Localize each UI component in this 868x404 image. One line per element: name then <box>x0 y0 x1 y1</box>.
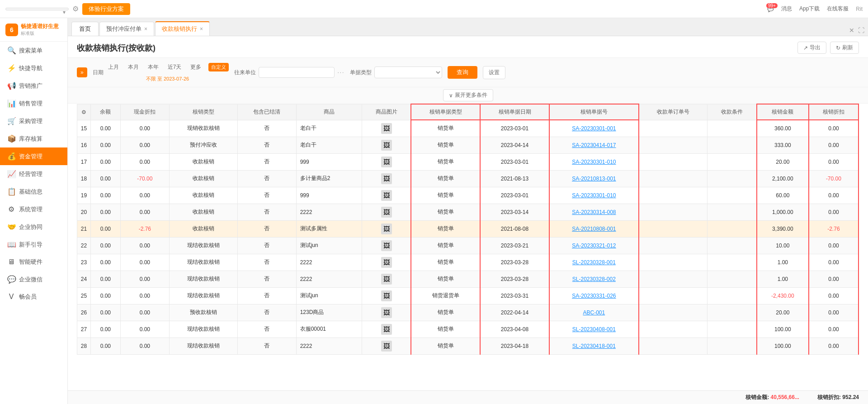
sidebar-item-wechat[interactable]: 💬 企业微信 <box>0 271 67 288</box>
messages-label[interactable]: 消息 <box>781 5 792 13</box>
row-no: 25 <box>77 287 91 304</box>
sidebar-item-label-sales: 销售管理 <box>19 100 42 108</box>
row-cancel-amount: 20.00 <box>757 153 809 170</box>
tab-prepay-close[interactable]: × <box>144 26 147 32</box>
th-settings[interactable]: ⚙ <box>77 104 91 120</box>
row-cancel-no[interactable]: ABC-001 <box>549 304 639 321</box>
sidebar-item-search[interactable]: 🔍 搜索菜单 <box>0 42 67 59</box>
sidebar-item-basic[interactable]: 📋 基础信息 <box>0 183 67 200</box>
collab-icon: 🤝 <box>7 223 15 231</box>
refresh-button[interactable]: ↻ 刷新 <box>830 42 859 54</box>
row-cancel-no[interactable]: SA-20230301-001 <box>549 120 639 137</box>
row-cancel-no[interactable]: SA-20210808-001 <box>549 220 639 237</box>
row-cancel-amount: 1.00 <box>757 271 809 287</box>
row-no: 27 <box>77 321 91 337</box>
expand-more-btn[interactable]: ∨ 展开更多条件 <box>443 89 493 101</box>
row-cancel-no[interactable]: SA-20230301-010 <box>549 153 639 170</box>
sidebar-item-marketing[interactable]: 📢 营销推广 <box>0 77 67 95</box>
row-no: 21 <box>77 220 91 237</box>
unit-label: 往来单位 <box>234 69 256 76</box>
row-cancel-date: 2023-03-28 <box>480 254 549 271</box>
sidebar-item-finance[interactable]: 💰 资金管理 <box>0 147 67 165</box>
sidebar-item-member[interactable]: V 畅会员 <box>0 288 67 305</box>
row-cancel-type: 现结收款核销 <box>170 254 238 271</box>
sidebar-item-guide[interactable]: 📖 新手引导 <box>0 236 67 253</box>
filter-expand-button[interactable]: » <box>77 67 87 77</box>
row-cancel-voucher-type: 销货单 <box>411 153 480 170</box>
tab-expand-icon[interactable]: ⛶ <box>858 27 864 34</box>
date-more[interactable]: 更多 <box>189 62 203 72</box>
date-7days[interactable]: 近7天 <box>166 62 184 72</box>
row-cancel-no[interactable]: SA-20230414-017 <box>549 137 639 153</box>
unit-input[interactable] <box>259 67 335 78</box>
row-balance: 0.00 <box>91 220 121 237</box>
row-receipt-condition <box>708 170 757 187</box>
export-button[interactable]: ↗ 导出 <box>797 42 826 54</box>
sidebar-item-inventory[interactable]: 📦 库存核算 <box>0 130 67 147</box>
row-included-settled: 否 <box>237 337 296 354</box>
message-icon[interactable]: 💬 99+ <box>767 6 774 12</box>
search-nav-icon: 🔍 <box>7 46 15 55</box>
company-selector[interactable] <box>5 8 69 10</box>
gear-icon[interactable]: ⚙ <box>72 5 79 13</box>
row-included-settled: 否 <box>237 153 296 170</box>
row-cancel-no[interactable]: SL-20230408-001 <box>549 321 639 337</box>
date-this-year[interactable]: 本年 <box>146 62 160 72</box>
row-cancel-date: 2023-04-08 <box>480 321 549 337</box>
row-cancel-no[interactable]: SA-20230301-010 <box>549 187 639 204</box>
expand-more-label: 展开更多条件 <box>455 91 487 99</box>
row-cancel-no[interactable]: SA-20230321-012 <box>549 237 639 254</box>
row-cancel-type: 收款核销 <box>170 187 238 204</box>
search-button[interactable]: 查询 <box>448 66 477 79</box>
online-service-btn[interactable]: 在线客服 <box>827 5 849 13</box>
refresh-icon: ↻ <box>836 45 840 51</box>
row-no: 16 <box>77 137 91 153</box>
settings-button[interactable]: 设置 <box>483 66 505 79</box>
sidebar-item-purchase[interactable]: 🛒 采购管理 <box>0 112 67 130</box>
app-download-btn[interactable]: App下载 <box>799 5 820 13</box>
row-receipt-condition <box>708 287 757 304</box>
filter-voucher-group: 单据类型 <box>350 67 442 78</box>
row-cancel-amount: 2,100.00 <box>757 170 809 187</box>
row-receipt-condition <box>708 337 757 354</box>
tab-home[interactable]: 首页 <box>71 22 99 36</box>
row-cancel-amount: 1.00 <box>757 254 809 271</box>
sidebar-item-label-marketing: 营销推广 <box>19 82 42 90</box>
row-cash-discount: 0.00 <box>120 187 169 204</box>
th-receipt-order-no: 收款单订单号 <box>639 104 708 120</box>
logo-icon: 6 <box>5 24 18 36</box>
sidebar-item-system[interactable]: ⚙ 系统管理 <box>0 200 67 218</box>
row-cancel-no[interactable]: SL-20230418-001 <box>549 337 639 354</box>
table-row: 21 0.00 -2.76 收款核销 否 测试多属性 🖼 销货单 2021-08… <box>77 220 859 237</box>
sidebar-item-hardware[interactable]: 🖥 智能硬件 <box>0 253 67 271</box>
tab-prepay[interactable]: 预付冲应付单 × <box>99 22 154 36</box>
row-goods: 老白干 <box>296 120 362 137</box>
date-custom[interactable]: 自定义 <box>208 63 229 71</box>
sidebar-item-sales[interactable]: 📊 销售管理 <box>0 95 67 112</box>
row-cancel-no[interactable]: SA-20230314-008 <box>549 204 639 220</box>
industry-btn[interactable]: 体验行业方案 <box>82 3 130 15</box>
expand-more-bar: ∨ 展开更多条件 <box>68 87 868 104</box>
tab-cancel[interactable]: 收款核销执行 × <box>155 21 210 36</box>
logo-area: 6 畅捷通谱好生意 标准版 <box>0 18 67 42</box>
row-cancel-no[interactable]: SL-20230328-002 <box>549 271 639 287</box>
tab-cancel-close[interactable]: × <box>200 26 203 32</box>
date-options-row: 上月 本月 本年 近7天 更多 自定义 <box>106 62 229 72</box>
row-cash-discount: 0.00 <box>120 254 169 271</box>
table-row: 16 0.00 0.00 预付冲应收 否 老白干 🖼 销货单 2023-04-1… <box>77 137 859 153</box>
date-this-month[interactable]: 本月 <box>126 62 141 72</box>
date-last-month[interactable]: 上月 <box>106 62 121 72</box>
row-cancel-no[interactable]: SA-20210813-001 <box>549 170 639 187</box>
row-cancel-no[interactable]: SL-20230328-001 <box>549 254 639 271</box>
row-included-settled: 否 <box>237 237 296 254</box>
row-cancel-amount: 360.00 <box>757 120 809 137</box>
row-cancel-no[interactable]: SA-20230331-026 <box>549 287 639 304</box>
row-receipt-condition <box>708 254 757 271</box>
sidebar-item-collab[interactable]: 🤝 企业协同 <box>0 218 67 236</box>
row-cancel-voucher-type: 销货单 <box>411 237 480 254</box>
tab-close-all-icon[interactable]: ✕ <box>849 27 854 34</box>
sidebar-item-management[interactable]: 📈 经营管理 <box>0 165 67 183</box>
row-cancel-voucher-type: 销货单 <box>411 170 480 187</box>
voucher-type-select[interactable] <box>374 67 442 78</box>
sidebar-item-shortcut[interactable]: ⚡ 快捷导航 <box>0 59 67 77</box>
